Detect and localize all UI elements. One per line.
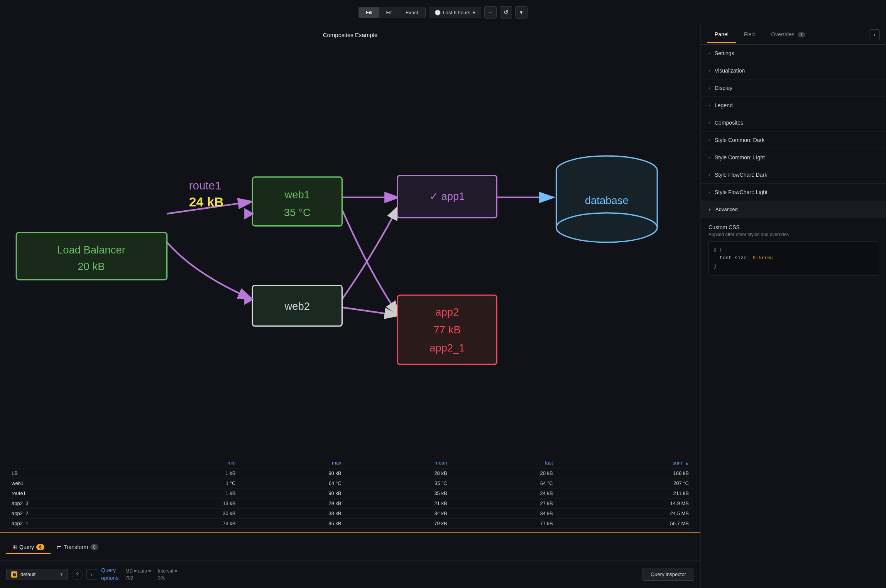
row-last: 77 kB	[451, 519, 557, 529]
diagram-area: Composites Example	[0, 25, 700, 458]
row-sum: 14.9 MB	[557, 498, 693, 509]
col-name-header[interactable]	[8, 458, 134, 468]
section-chevron: ›	[708, 68, 710, 73]
more-options-button[interactable]: ▾	[515, 6, 528, 19]
query-tab-badge: 6	[36, 544, 44, 550]
col-sum-header[interactable]: sum ▲	[557, 458, 693, 468]
overrides-badge: 1	[798, 32, 805, 37]
field-tab[interactable]: Field	[736, 27, 763, 43]
exact-button[interactable]: Exact	[399, 7, 425, 18]
row-max: 85 kB	[239, 519, 345, 529]
row-max: 90 kB	[239, 468, 345, 478]
zoom-out-button[interactable]: −	[484, 6, 497, 19]
query-tabs-bar: ⊞ Query 6 ⇄ Transform 0	[0, 532, 700, 560]
query-tab-label: Query	[19, 544, 34, 550]
row-sum: 24.5 MB	[557, 509, 693, 519]
col-mean-header[interactable]: mean	[345, 458, 451, 468]
section-item[interactable]: ›Settings	[701, 45, 886, 62]
svg-text:web2: web2	[284, 300, 310, 312]
dropdown-icon: ▾	[473, 10, 475, 15]
section-item[interactable]: ›Style FlowChart: Dark	[701, 166, 886, 184]
overrides-tab[interactable]: Overrides 1	[763, 27, 813, 43]
table-row: app2_2 30 kB 38 kB 34 kB 34 kB 24.5 MB	[8, 509, 693, 519]
query-inspector-button[interactable]: Query inspector	[643, 568, 694, 581]
query-tab[interactable]: ⊞ Query 6	[6, 541, 51, 554]
time-label: Last 6 hours	[443, 10, 471, 15]
row-mean: 28 kB	[345, 468, 451, 478]
collapse-button[interactable]: ›	[869, 29, 880, 40]
fill-button[interactable]: Fill	[359, 7, 379, 18]
transform-tab-badge: 0	[90, 544, 98, 550]
row-min: 1 kB	[134, 488, 239, 498]
datasource-chevron: ▾	[60, 571, 63, 577]
row-name: app2_2	[8, 509, 134, 519]
section-item[interactable]: ›Style Common: Dark	[701, 132, 886, 149]
col-max-header[interactable]: max	[239, 458, 345, 468]
panel-tab[interactable]: Panel	[707, 27, 736, 43]
svg-text:app2_1: app2_1	[429, 342, 465, 354]
section-chevron: ›	[708, 120, 710, 125]
sort-icon: ▲	[685, 461, 689, 465]
section-label: Composites	[715, 120, 743, 126]
svg-rect-8	[252, 177, 342, 226]
table-area: min max mean last sum ▲ LB 1 kB 90 kB 28…	[0, 458, 700, 532]
row-name: app2_1	[8, 519, 134, 529]
svg-point-23	[556, 213, 657, 242]
row-sum: 166 kB	[557, 468, 693, 478]
view-mode-group: Fill Fit Exact	[358, 7, 426, 18]
table-row: app2_1 73 kB 85 kB 79 kB 77 kB 56.7 MB	[8, 519, 693, 529]
section-item[interactable]: ›Style FlowChart: Light	[701, 184, 886, 201]
interval-label: Interval =30s	[158, 568, 177, 581]
svg-text:77 kB: 77 kB	[434, 324, 461, 336]
svg-text:35 °C: 35 °C	[284, 206, 311, 218]
help-button[interactable]: ?	[72, 569, 83, 580]
time-picker[interactable]: 🕐 Last 6 hours ▾	[429, 7, 482, 18]
section-item[interactable]: ›Display	[701, 79, 886, 97]
diagram-title: Composites Example	[0, 25, 700, 42]
advanced-header[interactable]: ▾ Advanced	[701, 201, 886, 218]
diagram-svg: route1 24 kB Load Balancer 20 kB web1	[0, 42, 700, 458]
section-item[interactable]: ›Visualization	[701, 62, 886, 79]
section-item[interactable]: ›Style Common: Light	[701, 149, 886, 166]
query-tabs: ⊞ Query 6 ⇄ Transform 0	[6, 539, 105, 554]
svg-text:web1: web1	[284, 189, 310, 201]
section-item[interactable]: ›Legend	[701, 97, 886, 114]
row-last: 20 kB	[451, 468, 557, 478]
refresh-button[interactable]: ↺	[500, 6, 512, 19]
section-item[interactable]: ›Composites	[701, 114, 886, 132]
section-label: Style FlowChart: Light	[715, 189, 768, 195]
row-max: 90 kB	[239, 488, 345, 498]
row-name: web1	[8, 478, 134, 488]
row-last: 24 kB	[451, 488, 557, 498]
table-row: LB 1 kB 90 kB 28 kB 20 kB 166 kB	[8, 468, 693, 478]
query-options-link[interactable]: Queryoptions	[101, 567, 118, 582]
svg-text:✓ app1: ✓ app1	[429, 190, 465, 202]
data-table: min max mean last sum ▲ LB 1 kB 90 kB 28…	[8, 458, 693, 529]
row-mean: 21 kB	[345, 498, 451, 509]
advanced-label: Advanced	[715, 206, 738, 212]
section-chevron: ›	[708, 103, 710, 108]
top-toolbar: Fill Fit Exact 🕐 Last 6 hours ▾ − ↺ ▾	[0, 0, 886, 25]
col-min-header[interactable]: min	[134, 458, 239, 468]
section-label: Style Common: Dark	[715, 137, 764, 143]
transform-tab-icon: ⇄	[57, 544, 61, 550]
svg-text:database: database	[585, 194, 629, 206]
row-mean: 79 kB	[345, 519, 451, 529]
row-min: 1 °C	[134, 478, 239, 488]
transform-tab[interactable]: ⇄ Transform 0	[51, 541, 105, 554]
right-panel: Panel Field Overrides 1 › ›Settings›Visu…	[701, 25, 886, 588]
right-panel-header: Panel Field Overrides 1 ›	[701, 25, 886, 45]
fit-button[interactable]: Fit	[379, 7, 399, 18]
datasource-select[interactable]: ▤ default ▾	[6, 569, 68, 580]
row-min: 73 kB	[134, 519, 239, 529]
datasource-icon: ▤	[11, 571, 17, 578]
expand-button[interactable]: ‹	[86, 569, 97, 580]
row-sum: 211 kB	[557, 488, 693, 498]
row-sum: 56.7 MB	[557, 519, 693, 529]
col-last-header[interactable]: last	[451, 458, 557, 468]
code-editor[interactable]: g { font-size: 0.5rem; }	[708, 241, 878, 276]
custom-css-label: Custom CSS	[708, 224, 878, 230]
section-chevron: ›	[708, 172, 710, 177]
table-row: app2_3 13 kB 29 kB 21 kB 27 kB 14.9 MB	[8, 498, 693, 509]
svg-text:app2: app2	[435, 306, 459, 318]
